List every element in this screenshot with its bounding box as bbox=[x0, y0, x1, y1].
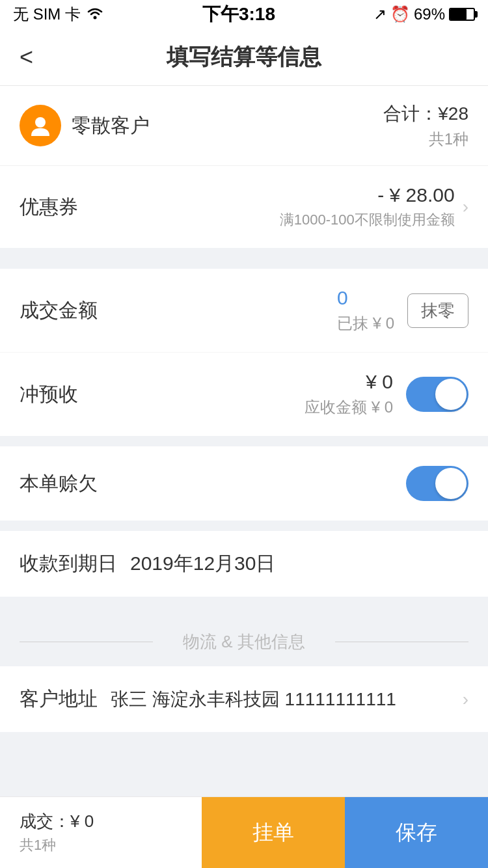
nav-bar: < 填写结算等信息 bbox=[0, 29, 488, 86]
battery-percent: 69% bbox=[414, 5, 445, 23]
prepay-main-amount: ¥ 0 bbox=[305, 371, 393, 393]
debt-toggle[interactable] bbox=[406, 466, 468, 501]
suspend-button[interactable]: 挂单 bbox=[202, 797, 345, 868]
address-label: 客户地址 bbox=[20, 686, 98, 712]
coupon-right: - ¥ 28.00 满1000-100不限制使用金额 › bbox=[280, 184, 468, 230]
transaction-label: 成交： bbox=[20, 811, 70, 831]
bottom-transaction: 成交：¥ 0 bbox=[20, 810, 182, 833]
toggle-thumb bbox=[435, 379, 467, 410]
alarm-icon: ⏰ bbox=[390, 5, 410, 23]
bottom-bar: 成交：¥ 0 共1种 挂单 保存 bbox=[0, 796, 488, 868]
customer-row: 零散客户 合计：¥28 共1种 bbox=[0, 86, 488, 165]
prepay-row: 冲预收 ¥ 0 应收金额 ¥ 0 bbox=[0, 353, 488, 436]
address-section[interactable]: 客户地址 张三 海淀永丰科技园 11111111111 › bbox=[0, 666, 488, 732]
logistics-section: 物流 & 其他信息 bbox=[0, 617, 488, 666]
divider-1 bbox=[0, 258, 488, 269]
page-title: 填写结算等信息 bbox=[167, 42, 321, 72]
due-date-row[interactable]: 收款到期日 2019年12月30日 bbox=[0, 531, 488, 597]
coupon-chevron-icon: › bbox=[463, 197, 468, 217]
deal-amount-info: 0 已抹 ¥ 0 bbox=[337, 287, 394, 334]
sim-label: 无 SIM 卡 bbox=[13, 4, 81, 25]
deal-amount-row: 成交金额 0 已抹 ¥ 0 抹零 bbox=[0, 269, 488, 353]
content: 零散客户 合计：¥28 共1种 优惠券 - ¥ 28.00 满1000-100不… bbox=[0, 86, 488, 868]
deal-section: 成交金额 0 已抹 ¥ 0 抹零 冲预收 ¥ 0 应收金额 ¥ 0 bbox=[0, 269, 488, 436]
prepay-amounts: ¥ 0 应收金额 ¥ 0 bbox=[305, 371, 393, 418]
deal-amount-value: 0 bbox=[337, 287, 394, 309]
customer-total: 合计：¥28 共1种 bbox=[383, 102, 468, 150]
prepay-sub-amount: 应收金额 ¥ 0 bbox=[305, 397, 393, 418]
address-chevron-icon: › bbox=[463, 689, 468, 710]
status-left: 无 SIM 卡 bbox=[13, 4, 104, 25]
coupon-discount: - ¥ 28.00 bbox=[280, 184, 455, 206]
deal-amount-sub: 已抹 ¥ 0 bbox=[337, 313, 394, 334]
svg-point-0 bbox=[94, 16, 97, 20]
transaction-amount: ¥ 0 bbox=[70, 811, 94, 831]
save-button[interactable]: 保存 bbox=[345, 797, 488, 868]
debt-label: 本单赊欠 bbox=[20, 470, 98, 497]
logistics-line-left bbox=[20, 642, 153, 642]
divider-2 bbox=[0, 436, 488, 446]
coupon-label: 优惠券 bbox=[20, 194, 78, 221]
prepay-toggle[interactable] bbox=[406, 377, 468, 412]
logistics-label: 物流 & 其他信息 bbox=[183, 631, 305, 653]
address-value: 张三 海淀永丰科技园 11111111111 bbox=[111, 687, 463, 712]
total-amount: 合计：¥28 bbox=[383, 102, 468, 126]
customer-left: 零散客户 bbox=[20, 105, 150, 146]
deal-amount-label: 成交金额 bbox=[20, 297, 98, 324]
due-date-section: 收款到期日 2019年12月30日 bbox=[0, 531, 488, 597]
total-count: 共1种 bbox=[383, 129, 468, 150]
svg-point-1 bbox=[35, 117, 46, 128]
customer-section: 零散客户 合计：¥28 共1种 优惠券 - ¥ 28.00 满1000-100不… bbox=[0, 86, 488, 248]
prepay-label: 冲预收 bbox=[20, 381, 78, 408]
status-time: 下午3:18 bbox=[202, 2, 275, 27]
coupon-desc: 满1000-100不限制使用金额 bbox=[280, 210, 455, 230]
prepay-right: ¥ 0 应收金额 ¥ 0 bbox=[305, 371, 468, 418]
customer-name: 零散客户 bbox=[72, 113, 150, 139]
logistics-line-right bbox=[335, 642, 468, 642]
divider-3 bbox=[0, 607, 488, 617]
due-date-label: 收款到期日 bbox=[20, 550, 117, 577]
bottom-count: 共1种 bbox=[20, 835, 182, 855]
avatar bbox=[20, 105, 61, 146]
bottom-info: 成交：¥ 0 共1种 bbox=[0, 810, 202, 855]
wifi-icon bbox=[86, 5, 104, 23]
battery-icon bbox=[449, 8, 475, 21]
deal-right: 0 已抹 ¥ 0 抹零 bbox=[337, 287, 468, 334]
coupon-row[interactable]: 优惠券 - ¥ 28.00 满1000-100不限制使用金额 › bbox=[0, 165, 488, 248]
round-zero-button[interactable]: 抹零 bbox=[407, 293, 468, 328]
status-right: ↗ ⏰ 69% bbox=[373, 5, 475, 23]
location-icon: ↗ bbox=[373, 5, 386, 23]
coupon-info: - ¥ 28.00 满1000-100不限制使用金额 bbox=[280, 184, 455, 230]
status-bar: 无 SIM 卡 下午3:18 ↗ ⏰ 69% bbox=[0, 0, 488, 29]
back-button[interactable]: < bbox=[20, 44, 33, 71]
debt-section: 本单赊欠 bbox=[0, 446, 488, 521]
debt-toggle-thumb bbox=[435, 468, 467, 499]
bottom-actions: 挂单 保存 bbox=[202, 797, 488, 868]
due-date-value: 2019年12月30日 bbox=[130, 550, 275, 577]
